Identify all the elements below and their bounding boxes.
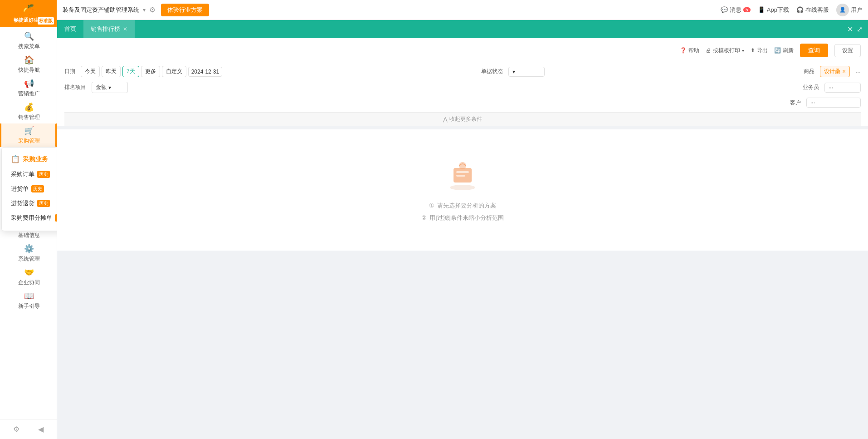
export-icon: ⬆ (751, 47, 755, 54)
sidebar-item-label: 销售管理 (18, 113, 40, 121)
goods-tag-label: 设计桑 (824, 68, 840, 75)
date-preset-group: 今天 昨天 7天 更多 自定义 2024-12-31 (81, 66, 222, 77)
empty-tip1: 请先选择要分析的方案 (437, 200, 496, 211)
settings-filter-btn[interactable]: 设置 (834, 44, 861, 57)
query-btn[interactable]: 查询 (800, 44, 828, 57)
date-yesterday[interactable]: 昨天 (102, 66, 121, 77)
customer-ellipsis: ··· (810, 99, 815, 106)
ranking-arrow: ▾ (108, 84, 111, 91)
empty-tip2: 用[过滤]条件来缩小分析范围 (429, 212, 503, 223)
date-7days[interactable]: 7天 (122, 66, 139, 77)
sidebar-item-beginner[interactable]: 📖 新手引导 (0, 289, 57, 312)
online-service-btn[interactable]: 🎧 在线客服 (796, 6, 829, 14)
purchase-order-label: 采购订单 (11, 170, 34, 178)
ranking-control[interactable]: 金额 ▾ (92, 82, 128, 93)
tab-expand-icon[interactable]: ⤢ (857, 25, 863, 34)
tab-close-icon[interactable]: ✕ (123, 26, 127, 32)
avatar: 👤 (836, 4, 849, 16)
app-download-btn[interactable]: 📱 App下载 (758, 6, 789, 14)
dropdown-item-purchase-order[interactable]: 采购订单 历史 (7, 167, 57, 182)
message-btn[interactable]: 💬 消息 5 (721, 6, 751, 14)
goods-receipt-badge: 历史 (31, 185, 44, 192)
industry-btn[interactable]: 体验行业方案 (161, 4, 209, 16)
sidebar: 🍊 畅捷通好生意 标准版 🔍 搜索菜单 🏠 快捷导航 📢 营销推广 💰 销售管理… (0, 0, 57, 439)
date-more[interactable]: 更多 (141, 66, 160, 77)
goods-label: 商品 (804, 68, 814, 75)
user-btn[interactable]: 👤 用户 (836, 4, 863, 16)
dropdown-col-business: 📋 采购业务 采购订单 历史 进货单 历史 进货退货 历史 (2, 153, 57, 225)
sidebar-item-purchase[interactable]: 🛒 采购管理 📋 采购业务 采购订单 历史 进货单 历史 (0, 123, 57, 147)
sidebar-footer: ⚙ ◀ (0, 419, 57, 439)
sidebar-item-label: 新手引导 (18, 302, 40, 310)
topbar-gear-icon[interactable]: ⚙ (149, 5, 156, 14)
sidebar-item-marketing[interactable]: 📢 营销推广 (0, 76, 57, 100)
svg-rect-3 (456, 175, 465, 177)
dropdown-col-title-business: 📋 采购业务 (7, 153, 57, 167)
sidebar-item-enterprise[interactable]: 🤝 企业协同 (0, 265, 57, 289)
logo-tag: 标准版 (38, 17, 54, 25)
sidebar-item-label: 企业协同 (18, 279, 40, 286)
export-label: 导出 (757, 47, 768, 54)
sidebar-item-sales[interactable]: 💰 销售管理 (0, 100, 57, 123)
purchase-fee-label: 采购费用分摊单 (11, 214, 52, 222)
sidebar-item-system[interactable]: ⚙️ 系统管理 (0, 242, 57, 265)
tabbar: 首页 销售排行榜 ✕ ✕ ⤢ (57, 20, 868, 38)
tab-close-all-icon[interactable]: ✕ (847, 25, 853, 34)
dropdown-item-purchase-fee[interactable]: 采购费用分摊单 历史 (7, 211, 57, 225)
collapse-footer-btn[interactable]: ◀ (38, 425, 44, 434)
date-label: 日期 (64, 68, 75, 75)
tab-sales-ranking[interactable]: 销售排行榜 ✕ (83, 20, 135, 38)
sidebar-item-quick-nav[interactable]: 🏠 快捷导航 (0, 53, 57, 76)
salesperson-control[interactable]: ··· (824, 83, 861, 93)
topbar-arrow-icon[interactable]: ▾ (143, 7, 146, 13)
goods-return-badge: 历史 (37, 200, 50, 207)
refresh-icon: 🔄 (774, 47, 781, 54)
customer-control[interactable]: ··· (806, 98, 861, 108)
settings-footer-btn[interactable]: ⚙ (13, 425, 20, 434)
date-custom[interactable]: 自定义 (162, 66, 186, 77)
online-service-label: 在线客服 (805, 6, 829, 14)
collapse-icon: ⋀ (443, 116, 448, 123)
date-today[interactable]: 今天 (81, 66, 100, 77)
home-icon: 🏠 (24, 55, 34, 65)
enterprise-icon: 🤝 (24, 267, 34, 277)
help-icon: ❓ (680, 47, 687, 54)
message-label: 消息 (730, 6, 741, 14)
goods-more-icon[interactable]: ··· (855, 68, 861, 75)
export-btn[interactable]: ⬆ 导出 (751, 47, 768, 54)
ranking-value: 金额 (96, 84, 107, 91)
sidebar-item-label: 基础信息 (18, 232, 40, 239)
system-icon: ⚙️ (24, 244, 34, 254)
dropdown-item-goods-return[interactable]: 进货退货 历史 (7, 196, 57, 211)
print-icon: 🖨 (706, 47, 711, 54)
tab-home[interactable]: 首页 (57, 20, 83, 38)
sidebar-item-search[interactable]: 🔍 搜索菜单 (0, 29, 57, 53)
goods-tag-close-icon[interactable]: ✕ (842, 69, 846, 74)
app-logo: 🍊 畅捷通好生意 标准版 (0, 0, 57, 27)
collapse-row[interactable]: ⋀ 收起更多条件 (64, 112, 861, 126)
purchase-order-badge: 历史 (37, 171, 50, 178)
beginner-icon: 📖 (24, 291, 34, 301)
goods-tag[interactable]: 设计桑 ✕ (820, 66, 850, 77)
svg-rect-2 (456, 171, 469, 173)
sidebar-nav: 🔍 搜索菜单 🏠 快捷导航 📢 营销推广 💰 销售管理 🛒 采购管理 📋 (0, 27, 57, 419)
customer-label: 客户 (790, 99, 801, 107)
print-btn[interactable]: 🖨 按模板打印 ▾ (706, 47, 744, 54)
empty-state: ① 请先选择要分析的方案 ② 用[过滤]条件来缩小分析范围 (57, 129, 868, 251)
user-label: 用户 (851, 6, 863, 14)
help-btn[interactable]: ❓ 帮助 (680, 47, 699, 54)
purchase-dropdown-menu: 📋 采购业务 采购订单 历史 进货单 历史 进货退货 历史 (1, 147, 57, 231)
topbar-right-actions: 💬 消息 5 📱 App下载 🎧 在线客服 👤 用户 (721, 4, 863, 16)
salesperson-ellipsis: ··· (829, 84, 833, 91)
message-icon: 💬 (721, 6, 728, 13)
purchase-fee-badge: 历史 (55, 214, 57, 222)
goods-return-label: 进货退货 (11, 199, 34, 207)
status-label: 单据状态 (481, 68, 503, 75)
sidebar-item-label: 营销推广 (18, 90, 40, 98)
help-label: 帮助 (688, 47, 699, 54)
dropdown-item-goods-receipt[interactable]: 进货单 历史 (7, 182, 57, 196)
refresh-btn[interactable]: 🔄 刷新 (774, 47, 794, 54)
date-value[interactable]: 2024-12-31 (188, 67, 222, 77)
tab-home-label: 首页 (64, 25, 76, 33)
status-control[interactable]: ▾ (508, 67, 545, 77)
